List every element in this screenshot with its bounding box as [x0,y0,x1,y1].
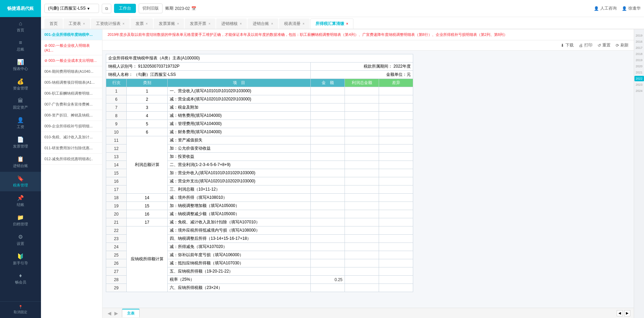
switch-version-button[interactable]: 切到旧版 [139,3,163,13]
tab-close-icon[interactable]: × [177,22,179,26]
row-amount-3[interactable] [311,112,345,120]
sidebar-item-home[interactable]: ⌂ 首页 [0,17,41,36]
refresh-button[interactable]: ⟳ 刷新 [616,42,629,48]
row-amount-15[interactable] [311,210,345,218]
sidebar-item-assets[interactable]: 🏛 固定资产 [0,94,41,113]
sidebar-item-tax[interactable]: 🔖 税务管理 [0,172,41,191]
print-button[interactable]: 🖨 打印 [579,42,592,48]
tab-salary-stats[interactable]: 工资统计报表 × [91,18,130,29]
row-amount-7[interactable] [311,144,345,153]
tab-invoice[interactable]: 发票 × [130,18,153,29]
row-amount-21[interactable] [311,259,345,267]
tab-purchase-ledger[interactable]: 进销台账 × [248,18,278,29]
row-amount-14[interactable] [311,202,345,210]
row-amount-1[interactable] [311,95,345,103]
row-amount-2[interactable] [311,103,345,112]
sidebar-item-archive[interactable]: 📁 归档管理 [0,211,41,230]
row-amount-18[interactable] [311,235,345,243]
form-list-item-007[interactable]: 007-广告费和业务宣传费摊... [41,99,102,110]
download-button[interactable]: ⬇ 下载 [561,42,574,48]
row-amount-10[interactable] [311,169,345,177]
timeline-year-2019[interactable]: 2019 [634,57,644,63]
table-container[interactable]: 企业所得税年度纳税申报表（A类）主表(A100000) 纳税人识别号： 9132… [102,51,634,308]
form-list-item-003[interactable]: ⊘ 003-一般企业成本支出明细... [41,55,102,66]
sidebar-pin-btn[interactable]: 📍 取消固定 [0,302,41,318]
sidebar-item-settings[interactable]: ⚙ 设置 [0,230,41,250]
tab-income-tax[interactable]: 所得税汇算清缴 × [310,18,353,29]
tab-home[interactable]: 首页 [44,18,63,29]
timeline-year-2020[interactable]: 2020 [634,64,644,69]
row-amount-23[interactable]: 0.25 [311,276,345,284]
service-btn[interactable]: 👤 人工咨询 [594,5,617,11]
row-amount-8[interactable] [311,153,345,161]
sheet-tab-main[interactable]: 主表 [122,309,140,317]
tab-close-icon[interactable]: × [146,22,148,26]
service-label: 人工咨询 [600,5,617,11]
tab-invoice-calc[interactable]: 发票算账 × [154,18,184,29]
row-amount-22[interactable] [311,267,345,276]
tab-close-icon[interactable]: × [83,22,85,26]
tab-invoice-open[interactable]: 发票开票 × [185,18,215,29]
tab-salary[interactable]: 工资表 × [64,18,90,29]
row-amount-6[interactable] [311,136,345,144]
sidebar-item-ledger[interactable]: ≡ 总账 [0,36,41,55]
sidebar-item-guide[interactable]: 🔰 新手引导 [0,250,41,269]
form-list-item-010[interactable]: 010-免税、减计收入及加计... [41,132,102,143]
row-amount-0[interactable] [311,87,345,95]
tab-close-icon[interactable]: × [240,22,242,26]
timeline-year-2023[interactable]: 2023 [634,82,644,87]
row-amount-17[interactable] [311,226,345,235]
hscroll-left[interactable]: ◀ [617,310,623,316]
row-amount-5[interactable] [311,128,345,136]
row-amount-19[interactable] [311,243,345,251]
timeline-year-2022[interactable]: 2022 [634,76,644,81]
form-list-item-006[interactable]: 006-职工薪酬纳税调整明细... [41,88,102,99]
sheet-nav-prev[interactable]: ◀ [106,310,113,317]
tab-close-icon[interactable]: × [303,22,305,26]
copy-icon-btn[interactable]: ⧉ [102,4,111,13]
form-list-item-011[interactable]: 011-研发费用加计扣除优惠... [41,143,102,154]
tab-close-icon[interactable]: × [346,22,348,26]
sheet-nav-next[interactable]: ▶ [113,310,120,317]
form-list-item-012[interactable]: 012-减免所得税优惠明细表(.. [41,154,102,165]
row-item-11: 减：营业外支出(填写A102010\102020\103000) [168,177,311,185]
form-list-item-004[interactable]: 004-期间费用明细表(A1040... [41,66,102,77]
timeline-year-2018[interactable]: 2018 [634,51,644,57]
row-amount-13[interactable] [311,194,345,202]
sidebar-item-reports[interactable]: 📊 报表中心 [0,55,41,75]
reset-button[interactable]: ↺ 重置 [598,42,611,48]
sidebar-item-invoice[interactable]: 📄 发票管理 [0,133,41,152]
timeline-year-2024[interactable]: 2024 [634,88,644,94]
workbench-button[interactable]: 工作台 [114,4,136,13]
sidebar-item-finance[interactable]: 💰 资金管理 [0,75,41,94]
row-amount-16[interactable] [311,218,345,226]
row-amount-12[interactable] [311,185,345,194]
form-list-item-001[interactable]: 001-企业所得税年度纳税申... [41,29,102,40]
user-profile[interactable]: 👤 徐逢华 [622,5,641,11]
timeline-year-2016[interactable]: 2016 [634,39,644,44]
category-profit: 利润总额计算 [127,136,168,194]
row-amount-24[interactable] [311,284,345,292]
sidebar-item-salary[interactable]: 👤 工资 [0,113,41,133]
row-amount-20[interactable] [311,251,345,259]
timeline-year-2017[interactable]: 2017 [634,45,644,51]
tab-close-icon[interactable]: × [271,22,273,26]
sidebar-item-member[interactable]: ♦ 畅会员 [0,269,41,288]
tab-close-icon[interactable]: × [123,22,125,26]
form-list-item-002[interactable]: ⊘ 002-一般企业收入明细表(A1... [41,40,102,55]
hscroll-right[interactable]: ▶ [624,310,630,316]
form-list-item-009[interactable]: 009-企业所得税补亏损明细... [41,121,102,132]
form-list-item-008[interactable]: 008-资产折旧、摊销及纳税... [41,110,102,121]
sidebar-item-closing[interactable]: 📌 结账 [0,191,41,211]
row-amount-9[interactable] [311,161,345,169]
sidebar-item-purchase[interactable]: 📋 进销台账 [0,152,41,172]
company-selector[interactable]: (勾删) 江西服宝-LSS ▾ [44,4,99,13]
row-amount-11[interactable] [311,177,345,185]
form-list-item-005[interactable]: 005-纳税调整项目明细表(A1... [41,77,102,88]
timeline-year-2021[interactable]: 2021 [634,70,644,75]
tab-tax-table[interactable]: 税表清册 × [279,18,310,29]
tab-close-icon[interactable]: × [208,22,210,26]
tab-purchase-audit[interactable]: 进销稽核 × [216,18,247,29]
timeline-year-2019-top[interactable]: 2019 [634,33,644,38]
row-amount-4[interactable] [311,120,345,128]
